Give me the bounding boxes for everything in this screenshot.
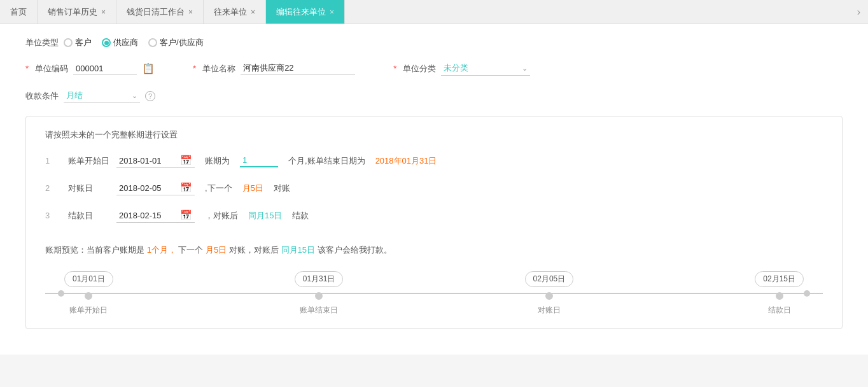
tab-cashier[interactable]: 钱货日清工作台 × [116,0,204,24]
timeline-node-1: 01月31日 账单结束日 [295,271,344,316]
radio-both-circle [148,38,157,47]
calendar-icon-3[interactable]: 📅 [180,209,192,221]
tab-partner-label: 往来单位 [214,6,247,18]
preview-part3-highlight: 同月15日 [281,245,315,255]
node-pill-3: 02月15日 [755,271,804,287]
node-label-2: 对账日 [538,305,561,316]
unit-category-label: 单位分类 [403,63,436,74]
tab-home[interactable]: 首页 [0,0,38,24]
row-num-3: 3 [45,211,58,220]
row-type-2: 对账日 [68,183,106,194]
preview-text: 账期预览：当前客户账期是 1个月， 下一个 月5日 对账，对账后 同月15日 该… [45,244,823,256]
preview-section: 账期预览：当前客户账期是 1个月， 下一个 月5日 对账，对账后 同月15日 该… [45,236,823,316]
row-type-1: 账单开始日 [68,155,106,167]
close-sales-history-icon[interactable]: × [101,8,106,17]
timeline: 01月01日 账单开始日 01月31日 账单结束日 02月05日 对账日 [45,271,823,316]
radio-both[interactable]: 客户/供应商 [148,37,204,48]
payment-terms-select[interactable]: 月结 ⌄ [64,88,140,103]
period-input-1[interactable] [240,154,278,167]
unit-code-label: 单位编码 [35,63,68,74]
unit-info-row: * 单位编码 📋 * 单位名称 * 单位分类 未分类 ⌄ [25,61,843,76]
node-label-1: 账单结束日 [300,305,338,316]
node-dot-1 [315,292,323,300]
preview-part2-suffix: 对账，对账后 [229,245,279,255]
unit-name-field: * 单位名称 [193,62,355,75]
unit-code-field: * 单位编码 📋 [25,62,155,75]
unit-name-input[interactable] [241,62,355,75]
tab-sales-history[interactable]: 销售订单历史 × [38,0,116,24]
period-end-date-1: 2018年01月31日 [375,155,437,167]
date-input-wrap-2: 📅 [116,181,195,195]
unit-type-row: 单位类型 客户 供应商 客户/供应商 [25,37,843,48]
unit-category-field: * 单位分类 未分类 ⌄ [393,61,530,76]
unit-name-star: * [193,64,196,73]
help-icon[interactable]: ? [145,91,155,101]
tab-cashier-label: 钱货日清工作台 [127,6,185,18]
card-title: 请按照未来的一个完整帐期进行设置 [45,129,823,141]
unit-code-star: * [25,64,29,73]
expand-tabs-button[interactable]: › [850,0,868,24]
radio-supplier[interactable]: 供应商 [102,37,138,48]
unit-code-input[interactable] [73,62,137,75]
row3-desc-highlight: 同月15日 [248,210,282,222]
date-input-1[interactable] [119,156,176,165]
timeline-node-2: 02月05日 对账日 [525,271,574,316]
node-pill-1: 01月31日 [295,271,344,287]
radio-customer[interactable]: 客户 [64,37,92,48]
close-edit-partner-icon[interactable]: × [330,8,334,17]
radio-customer-label: 客户 [75,37,92,48]
radio-group-unit-type: 客户 供应商 客户/供应商 [64,37,204,48]
timeline-node-0: 01月01日 账单开始日 [64,271,113,316]
row-num-1: 1 [45,156,58,165]
unit-name-label: 单位名称 [202,63,235,74]
preview-label: 账期预览：当前客户账期是 [45,245,144,255]
row-type-3: 结款日 [68,210,106,222]
tab-edit-partner-label: 编辑往来单位 [276,6,326,18]
node-pill-0: 01月01日 [64,271,113,287]
row-num-2: 2 [45,183,58,193]
settings-card: 请按照未来的一个完整帐期进行设置 1 账单开始日 📅 账期为 个月,账单结束日期… [25,116,843,329]
close-cashier-icon[interactable]: × [188,8,193,17]
payment-terms-dropdown-icon: ⌄ [132,92,137,100]
tab-bar: 首页 销售订单历史 × 钱货日清工作台 × 往来单位 × 编辑往来单位 × › [0,0,868,24]
date-input-2[interactable] [119,183,176,193]
tab-sales-history-label: 销售订单历史 [48,6,97,18]
main-content: 单位类型 客户 供应商 客户/供应商 * 单位编码 [0,24,868,355]
setting-row-1: 1 账单开始日 📅 账期为 个月,账单结束日期为 2018年01月31日 [45,153,823,168]
row3-desc-suffix: 结款 [292,210,309,222]
unit-category-select[interactable]: 未分类 ⌄ [441,61,530,76]
calendar-icon-2[interactable]: 📅 [180,182,192,194]
payment-terms-field: 收款条件 月结 ⌄ ? [25,88,155,103]
row3-desc-prefix: ，对账后 [205,210,238,222]
preview-part3-suffix: 该客户会给我打款。 [318,245,392,255]
row2-desc-highlight: 月5日 [242,183,263,194]
payment-terms-label: 收款条件 [25,90,59,102]
date-input-3[interactable] [119,211,176,220]
node-dot-3 [776,292,783,300]
unit-category-value: 未分类 [444,62,468,74]
preview-part1: 1个月， [147,245,176,255]
node-dot-0 [85,292,92,300]
unit-category-dropdown-icon: ⌄ [522,64,528,73]
calendar-icon-1[interactable]: 📅 [180,155,192,166]
period-unit-1: 个月,账单结束日期为 [288,155,365,167]
close-partner-icon[interactable]: × [251,8,255,17]
node-label-0: 账单开始日 [69,305,108,316]
radio-supplier-label: 供应商 [113,37,138,48]
setting-row-3: 3 结款日 📅 ，对账后 同月15日 结款 [45,208,823,223]
node-pill-2: 02月05日 [525,271,574,287]
date-input-wrap-3: 📅 [116,208,195,223]
node-dot-2 [545,292,553,300]
unit-code-copy-icon[interactable]: 📋 [142,62,155,74]
radio-customer-circle [64,38,73,47]
tab-partner[interactable]: 往来单位 × [204,0,266,24]
timeline-nodes: 01月01日 账单开始日 01月31日 账单结束日 02月05日 对账日 [64,271,804,316]
radio-supplier-circle [102,38,111,47]
row2-desc-prefix: ,下一个 [205,183,232,194]
period-label-1: 账期为 [205,155,230,167]
payment-terms-value: 月结 [66,90,83,101]
timeline-node-3: 02月15日 结款日 [755,271,804,316]
tab-edit-partner[interactable]: 编辑往来单位 × [266,0,345,24]
date-input-wrap-1: 📅 [116,153,195,168]
unit-type-label: 单位类型 [25,37,59,48]
